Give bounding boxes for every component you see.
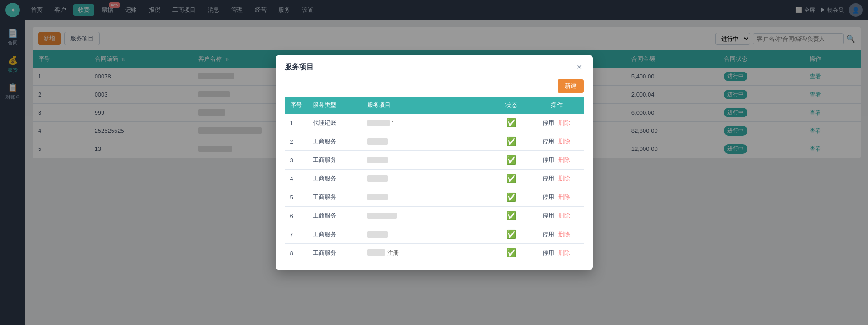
modal-table-wrapper: 序号 服务类型 服务项目 状态 操作 1 代理记账 1 ✅ 停用 (276, 97, 593, 270)
delete-button[interactable]: 删除 (558, 175, 570, 182)
list-item: 6 工商服务 ✅ 停用 删除 (285, 207, 584, 225)
modal-cell-status: ✅ (493, 207, 529, 225)
modal-cell-status: ✅ (493, 244, 529, 262)
delete-button[interactable]: 删除 (558, 138, 570, 145)
delete-button[interactable]: 删除 (558, 249, 570, 256)
stop-button[interactable]: 停用 (543, 175, 554, 182)
list-item: 3 工商服务 ✅ 停用 删除 (285, 151, 584, 170)
modal-col-item: 服务项目 (362, 97, 493, 114)
modal-col-action: 操作 (529, 97, 584, 114)
modal-cell-item (362, 170, 493, 188)
modal-col-status: 状态 (493, 97, 529, 114)
modal-cell-action: 停用 删除 (529, 207, 584, 225)
modal-cell-item (362, 151, 493, 170)
modal-cell-action: 停用 删除 (529, 225, 584, 244)
list-item: 1 代理记账 1 ✅ 停用 删除 (285, 114, 584, 132)
list-item: 5 工商服务 ✅ 停用 删除 (285, 188, 584, 207)
modal-cell-action: 停用 删除 (529, 188, 584, 207)
modal-cell-type: 工商服务 (307, 151, 362, 170)
list-item: 8 工商服务 注册 ✅ 停用 删除 (285, 244, 584, 262)
modal-cell-seq: 5 (285, 188, 307, 207)
modal-cell-type: 工商服务 (307, 225, 362, 244)
modal-cell-type: 工商服务 (307, 170, 362, 188)
modal-cell-item (362, 188, 493, 207)
stop-button[interactable]: 停用 (543, 119, 554, 126)
modal-cell-seq: 2 (285, 132, 307, 151)
modal-header: 服务项目 × (276, 55, 593, 76)
modal-cell-type: 代理记账 (307, 114, 362, 132)
modal-cell-status: ✅ (493, 170, 529, 188)
delete-button[interactable]: 删除 (558, 194, 570, 200)
list-item: 2 工商服务 ✅ 停用 删除 (285, 132, 584, 151)
modal-cell-seq: 7 (285, 225, 307, 244)
delete-button[interactable]: 删除 (558, 119, 570, 126)
modal-cell-seq: 3 (285, 151, 307, 170)
modal-actions: 新建 (276, 76, 593, 97)
modal-title: 服务项目 (285, 63, 314, 72)
modal-cell-type: 工商服务 (307, 188, 362, 207)
stop-button[interactable]: 停用 (543, 249, 554, 256)
modal-cell-item: 1 (362, 114, 493, 132)
modal-col-type: 服务类型 (307, 97, 362, 114)
modal-close-button[interactable]: × (575, 63, 584, 72)
stop-button[interactable]: 停用 (543, 231, 554, 238)
delete-button[interactable]: 删除 (558, 231, 570, 238)
create-service-button[interactable]: 新建 (558, 79, 584, 93)
stop-button[interactable]: 停用 (543, 212, 554, 219)
modal-cell-type: 工商服务 (307, 244, 362, 262)
service-modal: 服务项目 × 新建 序号 服务类型 服务项目 状态 操作 (276, 55, 593, 270)
delete-button[interactable]: 删除 (558, 212, 570, 219)
modal-cell-item (362, 225, 493, 244)
modal-cell-seq: 6 (285, 207, 307, 225)
stop-button[interactable]: 停用 (543, 138, 554, 145)
modal-cell-status: ✅ (493, 114, 529, 132)
modal-cell-action: 停用 删除 (529, 114, 584, 132)
modal-cell-type: 工商服务 (307, 207, 362, 225)
modal-cell-action: 停用 删除 (529, 170, 584, 188)
modal-cell-seq: 4 (285, 170, 307, 188)
modal-cell-status: ✅ (493, 151, 529, 170)
modal-col-seq: 序号 (285, 97, 307, 114)
service-items-table: 序号 服务类型 服务项目 状态 操作 1 代理记账 1 ✅ 停用 (285, 97, 584, 262)
list-item: 7 工商服务 ✅ 停用 删除 (285, 225, 584, 244)
stop-button[interactable]: 停用 (543, 156, 554, 163)
stop-button[interactable]: 停用 (543, 194, 554, 200)
modal-cell-seq: 8 (285, 244, 307, 262)
modal-cell-status: ✅ (493, 225, 529, 244)
modal-cell-item (362, 132, 493, 151)
delete-button[interactable]: 删除 (558, 156, 570, 163)
modal-cell-action: 停用 删除 (529, 132, 584, 151)
modal-cell-item (362, 207, 493, 225)
modal-cell-status: ✅ (493, 188, 529, 207)
modal-cell-type: 工商服务 (307, 132, 362, 151)
modal-cell-seq: 1 (285, 114, 307, 132)
modal-overlay[interactable]: 服务项目 × 新建 序号 服务类型 服务项目 状态 操作 (0, 0, 868, 325)
modal-cell-action: 停用 删除 (529, 244, 584, 262)
modal-cell-item: 注册 (362, 244, 493, 262)
list-item: 4 工商服务 ✅ 停用 删除 (285, 170, 584, 188)
modal-cell-action: 停用 删除 (529, 151, 584, 170)
modal-cell-status: ✅ (493, 132, 529, 151)
